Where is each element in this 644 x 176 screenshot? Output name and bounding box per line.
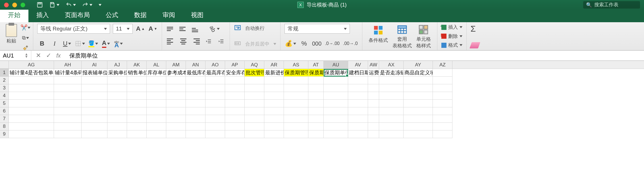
cell-AS8[interactable]	[284, 123, 308, 130]
cell-AL4[interactable]	[147, 92, 166, 100]
cell-AG5[interactable]	[9, 100, 54, 107]
cell-AU3[interactable]	[324, 84, 348, 92]
align-bottom-button[interactable]	[191, 24, 201, 34]
cell-AZ3[interactable]	[433, 84, 452, 92]
cell-AN3[interactable]	[186, 84, 205, 92]
cell-AR4[interactable]	[264, 92, 284, 100]
cell-AI1[interactable]: 报表辅单位	[82, 69, 107, 77]
cell-AU9[interactable]	[324, 130, 348, 138]
cell-AL8[interactable]	[147, 123, 166, 130]
cell-AN6[interactable]	[186, 107, 205, 115]
increase-indent-button[interactable]	[216, 36, 226, 46]
cell-AU5[interactable]	[324, 100, 348, 107]
cell-AU8[interactable]	[324, 123, 348, 130]
column-header-AV[interactable]: AV	[348, 61, 368, 69]
row-header-6[interactable]: 6	[0, 107, 9, 115]
cell-AG7[interactable]	[9, 115, 54, 123]
cell-AR8[interactable]	[264, 123, 284, 130]
column-header-AK[interactable]: AK	[127, 61, 147, 69]
name-box-stepper[interactable]: ▲▼	[25, 53, 28, 58]
column-header-AT[interactable]: AT	[308, 61, 324, 69]
cell-AM4[interactable]	[166, 92, 186, 100]
cell-AX5[interactable]	[379, 100, 404, 107]
phonetic-button[interactable]: abcA	[114, 39, 123, 48]
cell-AX4[interactable]	[379, 92, 404, 100]
cell-AO7[interactable]	[205, 115, 225, 123]
tab-formulas[interactable]: 公式	[98, 9, 126, 22]
format-cells-button[interactable]: 格式	[441, 42, 462, 48]
cell-AV3[interactable]	[348, 84, 368, 92]
select-all-corner[interactable]	[0, 61, 9, 69]
decrease-font-button[interactable]: A▼	[148, 24, 158, 34]
cell-AY7[interactable]	[404, 115, 433, 123]
fill-color-button[interactable]: 🪣	[88, 39, 98, 48]
cell-AM2[interactable]	[166, 77, 186, 84]
cell-AJ1[interactable]: 采购单位	[107, 69, 127, 77]
row-header-1[interactable]: 1	[0, 69, 9, 77]
cell-AV4[interactable]	[348, 92, 368, 100]
cell-AL1[interactable]: 库存单位	[147, 69, 166, 77]
cell-AZ5[interactable]	[433, 100, 452, 107]
cell-AW5[interactable]	[368, 100, 379, 107]
cell-AZ8[interactable]	[433, 123, 452, 130]
column-header-AZ[interactable]: AZ	[433, 61, 452, 69]
cell-AJ2[interactable]	[107, 77, 127, 84]
cell-AK7[interactable]	[127, 115, 147, 123]
cell-AL6[interactable]	[147, 107, 166, 115]
cell-AT6[interactable]	[308, 107, 324, 115]
cell-AH3[interactable]	[54, 84, 82, 92]
cell-AZ6[interactable]	[433, 107, 452, 115]
cell-AO9[interactable]	[205, 130, 225, 138]
cell-AW7[interactable]	[368, 115, 379, 123]
cell-AT3[interactable]	[308, 84, 324, 92]
cell-AL7[interactable]	[147, 115, 166, 123]
cell-AW4[interactable]	[368, 92, 379, 100]
cell-AK6[interactable]	[127, 107, 147, 115]
cell-AV2[interactable]	[348, 77, 368, 84]
cell-AR3[interactable]	[264, 84, 284, 92]
cell-AX3[interactable]	[379, 84, 404, 92]
cell-AV6[interactable]	[348, 107, 368, 115]
column-header-AY[interactable]: AY	[404, 61, 433, 69]
tab-insert[interactable]: 插入	[28, 9, 57, 22]
autosave-icon[interactable]	[37, 2, 43, 8]
search-input[interactable]	[594, 2, 637, 8]
cell-AO2[interactable]	[205, 77, 225, 84]
cell-AX6[interactable]	[379, 107, 404, 115]
cell-AG6[interactable]	[9, 107, 54, 115]
cell-AQ4[interactable]	[245, 92, 264, 100]
cell-AO4[interactable]	[205, 92, 225, 100]
cell-AT8[interactable]	[308, 123, 324, 130]
cell-AR2[interactable]	[264, 77, 284, 84]
cell-AJ3[interactable]	[107, 84, 127, 92]
cell-AL5[interactable]	[147, 100, 166, 107]
row-header-3[interactable]: 3	[0, 84, 9, 92]
cell-AO5[interactable]	[205, 100, 225, 107]
cell-AM1[interactable]: 参考成本	[166, 69, 186, 77]
cell-AW3[interactable]	[368, 84, 379, 92]
tab-home[interactable]: 开始	[0, 9, 28, 22]
wrap-text-button[interactable]: 自动换行	[245, 25, 265, 32]
orientation-button[interactable]: ab	[203, 24, 226, 34]
cell-AP9[interactable]	[225, 130, 245, 138]
cell-AI4[interactable]	[82, 92, 107, 100]
column-header-AN[interactable]: AN	[186, 61, 205, 69]
align-top-button[interactable]	[166, 24, 176, 34]
decrease-decimal-button[interactable]: .00→.0	[343, 39, 358, 48]
cell-AY1[interactable]: 商品自定义项	[404, 69, 433, 77]
cell-AN1[interactable]: 最低库存	[186, 69, 205, 77]
align-left-button[interactable]	[166, 36, 176, 46]
cell-AP3[interactable]	[225, 84, 245, 92]
cell-AZ7[interactable]	[433, 115, 452, 123]
cell-AQ7[interactable]	[245, 115, 264, 123]
cell-AZ9[interactable]	[433, 130, 452, 138]
cell-AT7[interactable]	[308, 115, 324, 123]
cell-AJ7[interactable]	[107, 115, 127, 123]
cell-AZ4[interactable]	[433, 92, 452, 100]
column-header-AR[interactable]: AR	[264, 61, 284, 69]
cell-AN8[interactable]	[186, 123, 205, 130]
cell-AK4[interactable]	[127, 92, 147, 100]
cell-AH8[interactable]	[54, 123, 82, 130]
cell-AI7[interactable]	[82, 115, 107, 123]
cell-AZ2[interactable]	[433, 77, 452, 84]
